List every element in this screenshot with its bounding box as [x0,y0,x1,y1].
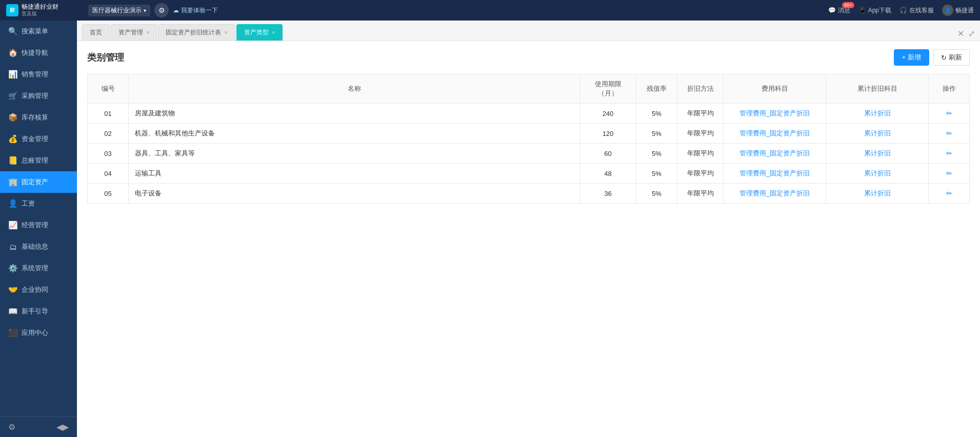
table-header-row: 编号 名称 使用期限（月） 残值率 折旧方法 费用科目 累计折旧科目 操作 [88,74,970,104]
col-header-name: 名称 [129,74,580,104]
edit-icon[interactable]: ✏ [946,109,952,117]
demo-selector[interactable]: 医疗器械行业演示 ▾ [88,5,150,16]
logo-icon: 财 [6,4,18,16]
tab-asset-type-close[interactable]: × [272,30,275,35]
sidebar-label-fixed-assets: 固定资产 [22,177,48,187]
cell-action: ✏ [929,124,970,144]
cell-expense: 管理费用_固定资产折旧 [724,124,826,144]
sidebar-item-purchase[interactable]: 🛒 采购管理 [0,85,77,107]
page-title: 类别管理 [87,51,124,64]
sidebar-item-quick-nav[interactable]: 🏠 快捷导航 [0,42,77,64]
content-area: 首页 资产管理 × 固定资产折旧统计表 × 资产类型 × ✕ ⤢ 类别管理 [77,21,980,437]
user-area[interactable]: 👤 畅捷通 [942,5,974,16]
cloud-icon: ☁ [173,7,179,14]
cell-method: 年限平均 [677,104,724,124]
sidebar-item-app-center[interactable]: ⬛ 应用中心 [0,322,77,344]
table-row: 01 房屋及建筑物 240 5% 年限平均 管理费用_固定资产折旧 累计折旧 ✏ [88,104,970,124]
edit-icon[interactable]: ✏ [946,149,952,157]
search-icon: 🔍 [8,27,17,36]
sidebar-label-search: 搜索菜单 [22,27,48,36]
refresh-button[interactable]: ↻ 刷新 [933,49,970,66]
app-center-icon: ⬛ [8,328,17,337]
cell-name: 器具、工具、家具等 [129,144,580,164]
tab-home[interactable]: 首页 [82,24,110,41]
cell-code: 04 [88,164,129,184]
enterprise-icon: 🤝 [8,285,17,294]
new-button[interactable]: + 新增 [894,49,929,66]
cell-period: 240 [580,104,636,124]
tab-bar: 首页 资产管理 × 固定资产折旧统计表 × 资产类型 × ✕ ⤢ [77,21,980,41]
sidebar-item-base-info[interactable]: 🗂 基础信息 [0,236,77,257]
category-table: 编号 名称 使用期限（月） 残值率 折旧方法 费用科目 累计折旧科目 操作 01… [87,74,970,204]
system-icon: ⚙️ [8,264,17,273]
refresh-icon: ↻ [941,54,947,62]
tab-depreciation-close[interactable]: × [224,30,227,35]
finance-icon: 💰 [8,134,17,144]
close-window-icon[interactable]: ✕ [957,29,964,38]
sales-icon: 📊 [8,70,17,79]
sidebar-item-enterprise[interactable]: 🤝 企业协同 [0,279,77,301]
edit-icon[interactable]: ✏ [946,169,952,177]
avatar: 👤 [942,5,953,16]
sidebar-item-system[interactable]: ⚙️ 系统管理 [0,257,77,279]
cell-action: ✏ [929,104,970,124]
header-right: 💬 消息 99+ 📱 App下载 🎧 在线客服 👤 畅捷通 [828,5,974,16]
tab-asset-mgmt-close[interactable]: × [146,30,149,35]
experience-label: 我要体验一下 [181,6,218,15]
online-service-button[interactable]: 🎧 在线客服 [899,6,934,15]
sidebar-item-search[interactable]: 🔍 搜索菜单 [0,21,77,42]
col-header-method: 折旧方法 [677,74,724,104]
sidebar-item-finance[interactable]: 💰 资金管理 [0,128,77,150]
sidebar-item-fixed-assets[interactable]: 🏢 固定资产 [0,171,77,193]
cell-expense: 管理费用_固定资产折旧 [724,144,826,164]
tab-asset-type-label: 资产类型 [244,28,269,37]
tab-asset-mgmt-label: 资产管理 [118,28,143,37]
cell-action: ✏ [929,164,970,184]
cell-code: 03 [88,144,129,164]
app-download-button[interactable]: 📱 App下载 [858,6,891,15]
sidebar-item-ledger[interactable]: 📒 总账管理 [0,150,77,171]
sidebar-scroll: 🔍 搜索菜单 🏠 快捷导航 📊 销售管理 🛒 采购管理 📦 库存核算 💰 [0,21,77,416]
maximize-window-icon[interactable]: ⤢ [968,29,975,38]
cell-residual: 5% [636,184,677,204]
cell-name: 房屋及建筑物 [129,104,580,124]
app-name: 畅捷通好业财 [22,3,58,10]
edit-icon[interactable]: ✏ [946,189,952,197]
sidebar-label-operations: 经营管理 [22,221,48,230]
col-header-action: 操作 [929,74,970,104]
cell-action: ✏ [929,144,970,164]
cell-code: 02 [88,124,129,144]
home-icon: 🏠 [8,48,17,57]
cell-method: 年限平均 [677,184,724,204]
cell-period: 36 [580,184,636,204]
sidebar-label-app-center: 应用中心 [22,328,48,337]
settings-button[interactable]: ⚙ [154,3,169,17]
message-button[interactable]: 💬 消息 99+ [828,6,850,15]
page-header: 类别管理 + 新增 ↻ 刷新 [87,49,970,66]
sidebar-label-base-info: 基础信息 [22,242,48,251]
experience-button[interactable]: ☁ 我要体验一下 [173,6,218,15]
sidebar-item-sales[interactable]: 📊 销售管理 [0,64,77,85]
tab-asset-mgmt[interactable]: 资产管理 × [111,24,157,41]
edit-icon[interactable]: ✏ [946,129,952,137]
sidebar-label-inventory: 库存核算 [22,113,48,122]
payroll-icon: 👤 [8,199,17,208]
cell-expense: 管理费用_固定资产折旧 [724,184,826,204]
demo-label: 医疗器械行业演示 [92,6,142,15]
sidebar-item-operations[interactable]: 📈 经营管理 [0,214,77,236]
cell-expense: 管理费用_固定资产折旧 [724,104,826,124]
refresh-label: 刷新 [949,53,962,62]
col-header-period: 使用期限（月） [580,74,636,104]
tab-asset-type[interactable]: 资产类型 × [236,24,283,41]
sidebar-item-beginner[interactable]: 📖 新手引导 [0,301,77,322]
table-row: 04 运输工具 48 5% 年限平均 管理费用_固定资产折旧 累计折旧 ✏ [88,164,970,184]
tab-depreciation-table[interactable]: 固定资产折旧统计表 × [158,24,235,41]
sidebar-item-payroll[interactable]: 👤 工资 [0,193,77,214]
tab-depreciation-label: 固定资产折旧统计表 [166,28,221,37]
collapse-icon[interactable]: ◀▶ [56,422,69,432]
sidebar-item-inventory[interactable]: 📦 库存核算 [0,107,77,128]
settings-bottom-icon[interactable]: ⚙ [8,422,15,432]
operations-icon: 📈 [8,221,17,230]
message-icon: 💬 [828,7,836,14]
purchase-icon: 🛒 [8,91,17,101]
